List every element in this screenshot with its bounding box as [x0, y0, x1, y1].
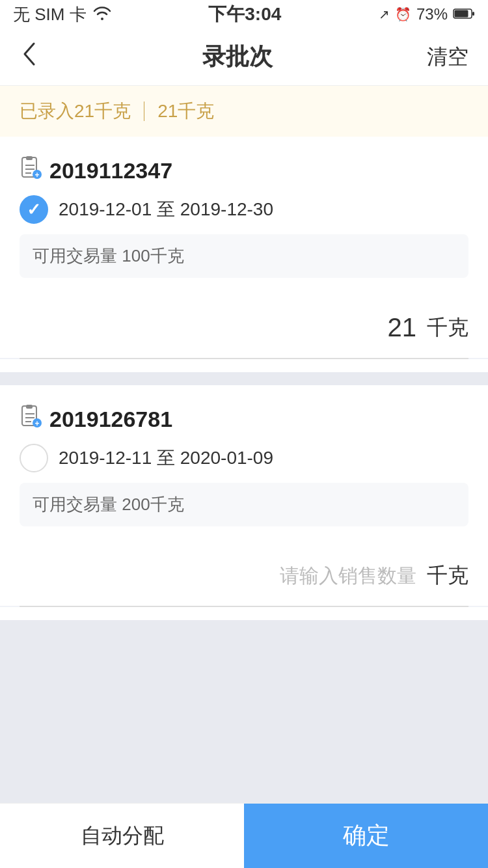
svg-text:+: +: [34, 170, 39, 180]
battery-text: 73%: [416, 5, 448, 23]
svg-rect-4: [26, 156, 33, 160]
batch-1-qty-box: 可用交易量 100千克: [20, 234, 468, 278]
batch-item-2: + 2019126781 2019-12-11 至 2020-01-09 可用交…: [0, 385, 488, 546]
auto-distribute-button[interactable]: 自动分配: [0, 804, 244, 868]
info-banner: 已录入21千克 21千克: [0, 86, 488, 137]
page-title: 录批次: [202, 41, 273, 73]
batch-2-radio[interactable]: [20, 444, 48, 472]
section-separator: [0, 372, 488, 385]
batch-1-input-row: 21 千克: [0, 297, 488, 358]
section-separator-2: [0, 620, 488, 633]
status-left: 无 SIM 卡: [13, 3, 111, 26]
info-divider: [144, 102, 144, 121]
batch-item-1: + 2019112347 2019-12-01 至 2019-12-30 可用交…: [0, 137, 488, 297]
batch-1-qty-label: 可用交易量 100千克: [33, 246, 184, 265]
nav-bar: 录批次 清空: [0, 29, 488, 86]
bottom-bar: 自动分配 确定: [0, 803, 488, 868]
batch-2-date: 2019-12-11 至 2020-01-09: [59, 446, 273, 470]
svg-rect-2: [472, 12, 474, 16]
svg-text:+: +: [34, 419, 39, 428]
svg-rect-11: [26, 405, 33, 409]
recorded-amount: 已录入21千克: [20, 99, 131, 124]
batch-1-quantity[interactable]: 21: [388, 313, 417, 342]
batch-1-date-row: 2019-12-01 至 2019-12-30: [20, 195, 468, 224]
batch-1-header: + 2019112347: [20, 156, 468, 185]
batch-1-date: 2019-12-01 至 2019-12-30: [59, 197, 273, 222]
batch-2-qty-box: 可用交易量 200千克: [20, 483, 468, 526]
confirm-button[interactable]: 确定: [244, 804, 488, 868]
batch-1-unit: 千克: [427, 314, 468, 342]
batch-2-header: + 2019126781: [20, 405, 468, 433]
carrier-text: 无 SIM 卡: [13, 3, 87, 26]
status-right: ↗ ⏰ 73%: [379, 5, 475, 23]
status-time: 下午3:04: [208, 2, 281, 27]
batch-2-spacer: [0, 607, 488, 620]
batch-1-icon: +: [20, 156, 43, 185]
battery-icon: [453, 5, 475, 23]
total-amount: 21千克: [157, 99, 214, 124]
batch-2-date-row: 2019-12-11 至 2020-01-09: [20, 444, 468, 472]
alarm-icon: ⏰: [395, 7, 411, 22]
status-bar: 无 SIM 卡 下午3:04 ↗ ⏰ 73%: [0, 0, 488, 29]
batch-2-unit: 千克: [427, 562, 468, 590]
batch-2-input-row[interactable]: 请输入销售数量 千克: [0, 546, 488, 606]
batch-1-id: 2019112347: [49, 158, 172, 183]
back-button[interactable]: [20, 38, 59, 75]
location-icon: ↗: [379, 7, 390, 22]
batch-1-radio[interactable]: [20, 195, 48, 224]
batch-2-input-placeholder[interactable]: 请输入销售数量: [280, 563, 416, 590]
clear-button[interactable]: 清空: [416, 43, 468, 72]
batch-1-spacer: [0, 359, 488, 372]
svg-rect-1: [454, 10, 468, 18]
batch-2-id: 2019126781: [49, 407, 172, 432]
batch-2-qty-label: 可用交易量 200千克: [33, 495, 184, 514]
batch-2-icon: +: [20, 405, 43, 433]
wifi-icon: [93, 5, 111, 25]
